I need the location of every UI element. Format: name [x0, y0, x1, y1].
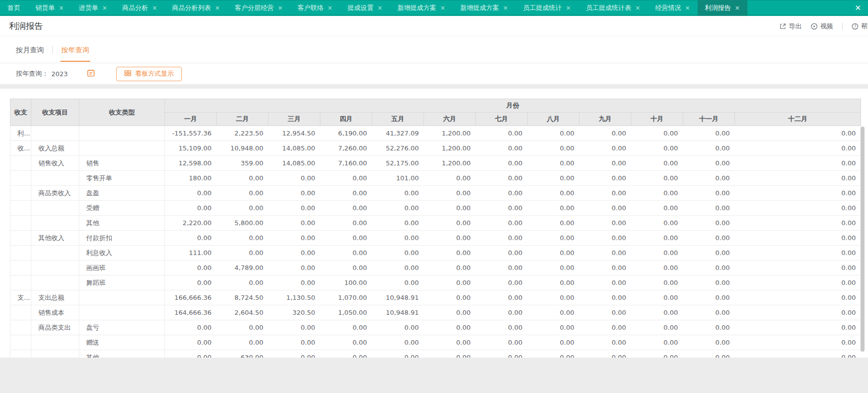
- value-cell: 4,789.00: [217, 261, 269, 275]
- value-cell: 0.00: [476, 261, 528, 275]
- row-label-cell: [31, 216, 79, 231]
- col-header-shouzhi: 收支: [10, 99, 31, 126]
- tab-close-icon[interactable]: ×: [735, 4, 740, 11]
- app-tab[interactable]: 客户联络×: [290, 0, 340, 16]
- value-cell: 0.00: [579, 350, 631, 358]
- app-tab[interactable]: 利润报告×: [698, 0, 747, 16]
- calendar-picker-button[interactable]: [87, 69, 95, 79]
- app-tab[interactable]: 经营情况×: [648, 0, 698, 16]
- row-label-cell: [79, 141, 165, 156]
- help-button[interactable]: ? 帮助: [852, 22, 868, 31]
- value-cell: 0.00: [631, 246, 683, 261]
- value-cell: 0.00: [631, 320, 683, 335]
- value-cell: 0.00: [424, 261, 476, 275]
- value-cell: 0.00: [631, 141, 683, 156]
- value-cell: 0.00: [528, 126, 579, 141]
- value-cell: 1,050.00: [320, 305, 372, 320]
- app-tab[interactable]: 新增提成方案×: [390, 0, 452, 16]
- header-tools: 导出 视频 ? 帮助: [779, 16, 868, 36]
- tab-close-icon[interactable]: ×: [102, 4, 107, 11]
- value-cell: 0.00: [683, 156, 735, 171]
- value-cell: -151,557.36: [165, 126, 217, 141]
- value-cell: 0.00: [320, 261, 372, 275]
- board-view-button[interactable]: 看板方式显示: [116, 67, 182, 81]
- app-tab[interactable]: 首页: [0, 0, 28, 16]
- value-cell: 0.00: [320, 201, 372, 216]
- app-tab-label: 利润报告: [705, 3, 731, 12]
- profit-report-panel: 收支 收支项目 收支类型 月份 一月二月三月四月五月六月七月八月九月十月十一月十…: [0, 89, 868, 358]
- month-header-cell: 六月: [424, 113, 476, 126]
- row-label-cell: [79, 290, 165, 305]
- app-tab[interactable]: 进货单×: [71, 0, 115, 16]
- tab-close-icon[interactable]: ×: [327, 4, 332, 11]
- value-cell: 0.00: [735, 126, 861, 141]
- value-cell: 0.00: [165, 275, 217, 290]
- tab-close-icon[interactable]: ×: [566, 4, 571, 11]
- app-tab[interactable]: 员工提成统计×: [516, 0, 579, 16]
- export-button[interactable]: 导出: [779, 22, 802, 31]
- tab-close-icon[interactable]: ×: [685, 4, 690, 11]
- value-cell: 100.00: [320, 275, 372, 290]
- row-label-cell: 商品类支出: [31, 320, 79, 335]
- tab-monthly-query[interactable]: 按月查询: [15, 38, 45, 62]
- tab-close-icon[interactable]: ×: [152, 4, 157, 11]
- app-tab[interactable]: 销货单×: [28, 0, 71, 16]
- year-value[interactable]: 2023: [51, 70, 68, 78]
- value-cell: 0.00: [735, 335, 861, 350]
- app-tab[interactable]: 客户分层经营×: [227, 0, 290, 16]
- value-cell: 5,800.00: [217, 216, 269, 231]
- value-cell: 0.00: [269, 261, 320, 275]
- value-cell: 0.00: [631, 126, 683, 141]
- value-cell: 0.00: [476, 201, 528, 216]
- app-tab[interactable]: 商品分析×: [115, 0, 164, 16]
- app-tab[interactable]: 员工提成统计表×: [579, 0, 648, 16]
- tab-close-icon[interactable]: ×: [503, 4, 508, 11]
- close-all-tabs-icon[interactable]: ✕: [855, 0, 861, 16]
- value-cell: 0.00: [579, 305, 631, 320]
- value-cell: 7,160.00: [320, 156, 372, 171]
- value-cell: 0.00: [735, 171, 861, 186]
- app-tab[interactable]: 商品分析列表×: [164, 0, 227, 16]
- value-cell: 0.00: [683, 290, 735, 305]
- month-header-cell: 一月: [165, 113, 217, 126]
- value-cell: 0.00: [476, 290, 528, 305]
- table-header-row-1: 收支 收支项目 收支类型 月份: [10, 99, 861, 113]
- value-cell: 0.00: [165, 320, 217, 335]
- tab-close-icon[interactable]: ×: [635, 4, 640, 11]
- value-cell: 0.00: [476, 231, 528, 246]
- vertical-scrollbar[interactable]: [861, 127, 865, 352]
- value-cell: 630.00: [217, 350, 269, 358]
- tab-yearly-query[interactable]: 按年查询: [60, 38, 90, 62]
- row-label-cell: 销售收入: [31, 156, 79, 171]
- svg-text:?: ?: [854, 24, 856, 29]
- tab-close-icon[interactable]: ×: [215, 4, 220, 11]
- tab-close-icon[interactable]: ×: [440, 4, 445, 11]
- value-cell: 0.00: [424, 171, 476, 186]
- row-label-cell: [10, 246, 31, 261]
- table-row: 赠送0.000.000.000.000.000.000.000.000.000.…: [10, 335, 861, 350]
- value-cell: 0.00: [372, 335, 424, 350]
- app-tab[interactable]: 新增提成方案×: [453, 0, 516, 16]
- filter-bar: 按年查询： 2023 看板方式显示: [0, 63, 868, 84]
- query-mode-tabs: 按月查询 按年查询: [0, 36, 868, 63]
- row-label-cell: 收入总额: [31, 141, 79, 156]
- app-tab[interactable]: 提成设置×: [340, 0, 390, 16]
- video-button[interactable]: 视频: [811, 22, 833, 31]
- tab-close-icon[interactable]: ×: [377, 4, 382, 11]
- value-cell: 0.00: [165, 261, 217, 275]
- value-cell: 0.00: [424, 246, 476, 261]
- value-cell: 7,260.00: [320, 141, 372, 156]
- row-label-cell: 商品类收入: [31, 186, 79, 201]
- row-label-cell: [10, 201, 31, 216]
- tab-close-icon[interactable]: ×: [59, 4, 64, 11]
- page-header: 利润报告 导出 视频 ?: [0, 16, 868, 36]
- tab-close-icon[interactable]: ×: [278, 4, 283, 11]
- month-header-cell: 二月: [217, 113, 269, 126]
- row-label-cell: [10, 335, 31, 350]
- value-cell: 101.00: [372, 171, 424, 186]
- value-cell: 1,070.00: [320, 290, 372, 305]
- page-title: 利润报告: [9, 20, 43, 32]
- value-cell: 0.00: [424, 320, 476, 335]
- value-cell: 0.00: [528, 141, 579, 156]
- value-cell: 1,130.50: [269, 290, 320, 305]
